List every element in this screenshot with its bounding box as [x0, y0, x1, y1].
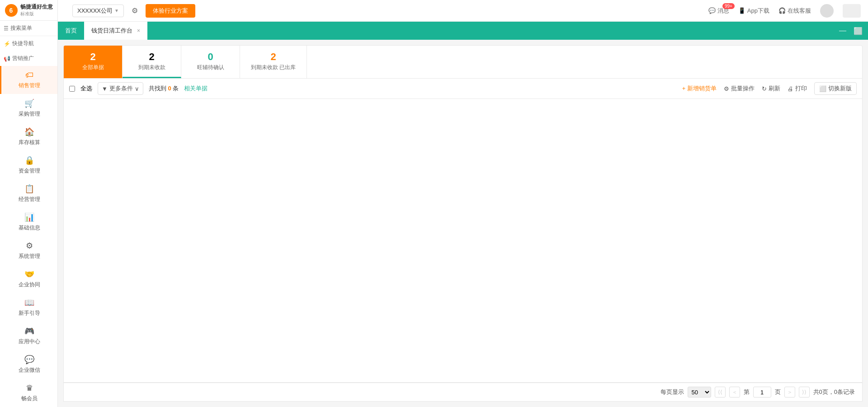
new-order-button[interactable]: + 新增销货单	[682, 84, 717, 93]
tab-minimize-button[interactable]: —	[837, 25, 848, 37]
search-icon: ☰	[4, 25, 9, 32]
system-icon: ⚙	[26, 241, 33, 251]
prev-page-button[interactable]: ＜	[729, 387, 740, 398]
promo-icon: 📢	[4, 56, 10, 62]
stat-tab-all[interactable]: 2 全部单据	[64, 46, 123, 78]
switch-icon: ⬜	[819, 85, 826, 92]
page-label: 第	[744, 388, 750, 396]
sidebar-item-system[interactable]: ⚙ 系统管理	[0, 236, 57, 265]
sidebar-item-apps[interactable]: 🎮 应用中心	[0, 322, 57, 350]
logo-text: 畅捷通好生意 标准版	[20, 4, 53, 17]
quick-icon: ⚡	[4, 41, 10, 47]
company-selector[interactable]: XXXXXX公司 ▼	[72, 5, 124, 17]
switch-version-button[interactable]: ⬜ 切换新版	[814, 82, 857, 95]
finance-icon: 🔒	[24, 155, 34, 165]
member-icon: ♛	[26, 383, 33, 393]
operation-icon: 📋	[24, 184, 34, 194]
sidebar-item-promo[interactable]: 📢 营销推广	[0, 51, 57, 66]
main-content: 2 全部单据 2 到期未收款 0 旺辅待确认 2 到期未收款 已出库 全选 ▼ …	[58, 40, 868, 407]
sidebar-item-member[interactable]: ♛ 畅会员	[0, 379, 57, 407]
sidebar-item-operation[interactable]: 📋 经营管理	[0, 179, 57, 208]
found-text: 共找到 0 条	[149, 84, 179, 93]
header-center: XXXXXX公司 ▼ ⚙ 体验行业方案	[65, 4, 708, 18]
purchase-icon: 🛒	[24, 98, 34, 108]
page-unit: 页	[775, 388, 781, 396]
sidebar-search[interactable]: ☰ 搜索菜单	[0, 21, 57, 36]
content-area: 2 全部单据 2 到期未收款 0 旺辅待确认 2 到期未收款 已出库 全选 ▼ …	[58, 40, 868, 407]
basic-icon: 📊	[24, 212, 34, 222]
batch-button[interactable]: ⚙ 批量操作	[724, 84, 755, 93]
select-all-checkbox[interactable]	[69, 86, 75, 92]
logo-icon: 6	[5, 4, 18, 17]
sidebar-item-basic[interactable]: 📊 基础信息	[0, 208, 57, 236]
sidebar-item-sales[interactable]: 🏷 销售管理	[0, 66, 57, 94]
wechat-icon: 💬	[24, 355, 34, 365]
tab-maximize-button[interactable]: ⬜	[852, 25, 864, 37]
next-page-button[interactable]: ＞	[784, 387, 795, 398]
apps-icon: 🎮	[24, 326, 34, 336]
tab-bar-right: — ⬜	[837, 25, 868, 37]
user-name[interactable]	[843, 4, 861, 18]
print-icon: 🖨	[788, 85, 793, 92]
batch-icon: ⚙	[724, 85, 729, 92]
print-button[interactable]: 🖨 打印	[788, 84, 807, 93]
sidebar-item-newbie[interactable]: 📖 新手引导	[0, 293, 57, 322]
inventory-icon: 🏠	[24, 127, 34, 137]
last-page-button[interactable]: ⟩⟩	[799, 387, 810, 398]
filter-arrow-icon: ∨	[135, 85, 139, 92]
sidebar-item-purchase[interactable]: 🛒 采购管理	[0, 94, 57, 122]
header-right: 💬 消息 99+ 📱 App下载 🎧 在线客服	[708, 4, 861, 18]
service-icon: 🎧	[778, 7, 786, 14]
newbie-icon: 📖	[24, 298, 34, 308]
stat-tab-overdue-shipped[interactable]: 2 到期未收款 已出库	[240, 46, 307, 78]
toolbar-right: + 新增销货单 ⚙ 批量操作 ↻ 刷新 🖨 打印 ⬜ 切换新版	[682, 82, 857, 95]
tab-close-icon[interactable]: ×	[137, 28, 140, 34]
pagination: 每页显示 50 10 20 100 ⟨⟨ ＜ 第 1 页 ＞ ⟩⟩ 共0页，0条…	[63, 383, 863, 402]
sidebar-item-inventory[interactable]: 🏠 库存核算	[0, 122, 57, 151]
message-button[interactable]: 💬 消息 99+	[708, 7, 729, 15]
download-icon: 📱	[738, 7, 745, 14]
sidebar-item-finance[interactable]: 🔒 资金管理	[0, 151, 57, 179]
select-all-label: 全选	[80, 84, 92, 93]
filter-icon: ▼	[102, 85, 108, 92]
toolbar: 全选 ▼ 更多条件 ∨ 共找到 0 条 相关单据 + 新增销货单 ⚙ 批量操作	[63, 79, 863, 99]
app-download-button[interactable]: 📱 App下载	[738, 7, 769, 15]
stat-tab-overdue[interactable]: 2 到期未收款	[123, 46, 181, 78]
message-icon: 💬	[708, 7, 716, 14]
trial-button[interactable]: 体验行业方案	[146, 4, 195, 18]
cooperation-icon: 🤝	[24, 269, 34, 279]
sidebar-item-quick[interactable]: ⚡ 快捷导航	[0, 36, 57, 51]
current-page-input[interactable]: 1	[753, 387, 771, 398]
stats-tabs: 2 全部单据 2 到期未收款 0 旺辅待确认 2 到期未收款 已出库	[63, 45, 863, 79]
sidebar-item-cooperation[interactable]: 🤝 企业协同	[0, 265, 57, 293]
stat-tab-wangfu[interactable]: 0 旺辅待确认	[181, 46, 240, 78]
sales-icon: 🏷	[25, 70, 33, 80]
refresh-icon: ↻	[762, 85, 767, 92]
related-orders-link[interactable]: 相关单据	[184, 84, 208, 93]
refresh-button[interactable]: ↻ 刷新	[762, 84, 780, 93]
sidebar-logo: 6 畅捷通好生意 标准版	[0, 0, 57, 21]
sidebar: 6 畅捷通好生意 标准版 ☰ 搜索菜单 ⚡ 快捷导航 📢 营销推广 🏷 销售管理…	[0, 0, 58, 407]
filter-button[interactable]: ▼ 更多条件 ∨	[98, 82, 143, 95]
user-avatar[interactable]	[820, 4, 834, 18]
company-dropdown-arrow: ▼	[114, 8, 119, 13]
tab-qhrc[interactable]: 钱货日清工作台 ×	[84, 22, 147, 40]
top-header: XXXXXX公司 ▼ ⚙ 体验行业方案 💬 消息 99+ 📱 App下载 🎧 在…	[58, 0, 868, 22]
per-page-label: 每页显示	[660, 388, 684, 396]
table-area	[63, 99, 863, 383]
per-page-select[interactable]: 50 10 20 100	[688, 387, 711, 398]
tab-bar: 首页 钱货日清工作台 × — ⬜	[58, 22, 868, 40]
total-info: 共0页，0条记录	[813, 388, 855, 396]
sidebar-item-wechat[interactable]: 💬 企业微信	[0, 350, 57, 379]
first-page-button[interactable]: ⟨⟨	[715, 387, 726, 398]
settings-button[interactable]: ⚙	[127, 4, 142, 18]
online-service-button[interactable]: 🎧 在线客服	[778, 7, 811, 15]
tab-home[interactable]: 首页	[58, 22, 84, 40]
